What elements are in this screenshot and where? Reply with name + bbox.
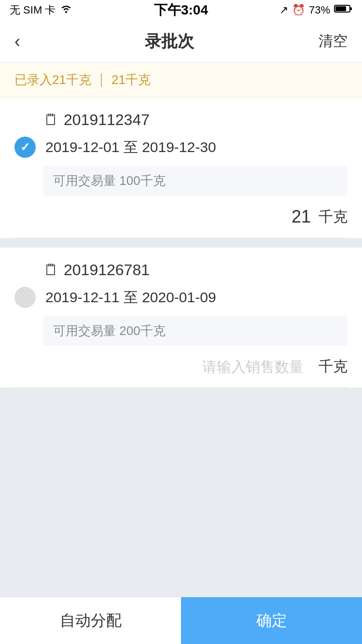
batch-2-unit: 千克 <box>319 357 348 377</box>
sim-text: 无 SIM 卡 <box>10 3 56 17</box>
status-left: 无 SIM 卡 <box>10 3 73 17</box>
batch-2-quantity-input-row[interactable]: 千克 <box>14 346 348 388</box>
nav-bar: ‹ 录批次 清空 <box>0 20 362 63</box>
batch-2-available: 可用交易量 200千克 <box>53 323 166 338</box>
card-separator <box>0 238 362 248</box>
cards-area: 🗒 2019112347 ✓ 2019-12-01 至 2019-12-30 可… <box>0 98 362 388</box>
batch-1-doc-icon: 🗒 <box>43 111 59 129</box>
summary-value: 21千克 <box>111 71 151 88</box>
confirm-button[interactable]: 确定 <box>181 597 362 644</box>
svg-point-0 <box>65 11 67 13</box>
batch-1-id-row: 🗒 2019112347 <box>14 111 348 129</box>
batch-1-quantity-unit: 千克 <box>319 207 348 227</box>
summary-divider <box>101 73 102 87</box>
status-right: ↗ ⏰ 73% <box>279 4 352 16</box>
alarm-icon: ⏰ <box>292 4 305 16</box>
svg-rect-2 <box>335 6 346 11</box>
page-title: 录批次 <box>145 30 194 53</box>
wifi-icon <box>59 4 73 16</box>
batch-2-date-row: 2019-12-11 至 2020-01-09 <box>14 287 348 308</box>
status-bar: 无 SIM 卡 下午3:04 ↗ ⏰ 73% <box>0 0 362 20</box>
batch-2-id-row: 🗒 2019126781 <box>14 261 348 279</box>
batch-2-available-row: 可用交易量 200千克 <box>43 316 348 346</box>
status-time: 下午3:04 <box>154 1 208 19</box>
batch-2-quantity-input[interactable] <box>14 359 311 375</box>
batch-1-date-row: ✓ 2019-12-01 至 2019-12-30 <box>14 137 348 158</box>
batch-2-id: 2019126781 <box>64 261 150 279</box>
batch-1-checkmark: ✓ <box>20 140 30 154</box>
batch-1-available: 可用交易量 100千克 <box>53 173 166 188</box>
batch-2-doc-icon: 🗒 <box>43 261 59 279</box>
batch-1-quantity-row: 21 千克 <box>14 196 348 238</box>
summary-bar: 已录入21千克 21千克 <box>0 63 362 98</box>
page-container: 无 SIM 卡 下午3:04 ↗ ⏰ 73% <box>0 0 362 644</box>
batch-1-available-row: 可用交易量 100千克 <box>43 166 348 196</box>
batch-card-2: 🗒 2019126781 2019-12-11 至 2020-01-09 可用交… <box>0 248 362 388</box>
clear-button[interactable]: 清空 <box>319 31 348 51</box>
location-icon: ↗ <box>279 4 288 16</box>
auto-distribute-button[interactable]: 自动分配 <box>0 597 181 644</box>
back-button[interactable]: ‹ <box>14 33 20 50</box>
summary-label: 已录入21千克 <box>14 71 91 88</box>
bottom-area <box>0 388 362 597</box>
batch-1-checkbox[interactable]: ✓ <box>14 137 36 158</box>
battery-icon <box>334 4 352 16</box>
batch-1-id: 2019112347 <box>64 111 150 129</box>
batch-card-1: 🗒 2019112347 ✓ 2019-12-01 至 2019-12-30 可… <box>0 98 362 238</box>
battery-text: 73% <box>309 4 330 16</box>
svg-rect-3 <box>350 7 352 10</box>
batch-1-date: 2019-12-01 至 2019-12-30 <box>45 138 216 157</box>
batch-2-date: 2019-12-11 至 2020-01-09 <box>45 288 216 308</box>
confirm-label: 确定 <box>256 610 287 631</box>
batch-1-quantity-value: 21 <box>292 207 311 227</box>
batch-2-checkbox[interactable] <box>14 287 36 308</box>
auto-distribute-label: 自动分配 <box>60 610 122 631</box>
footer: 自动分配 确定 <box>0 597 362 644</box>
